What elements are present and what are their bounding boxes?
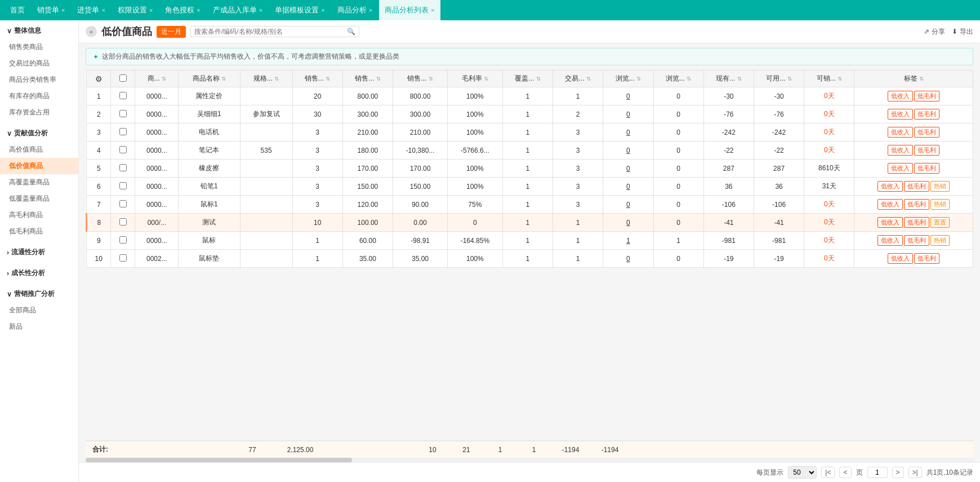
nav-role-auth[interactable]: 角色授权 × [159, 0, 206, 20]
sidebar-item-high-value[interactable]: 高价值商品 [0, 141, 78, 158]
col-transaction[interactable]: 交易... ⇅ [553, 70, 603, 87]
first-page-button[interactable]: |< [821, 467, 835, 478]
col-coverage[interactable]: 覆盖... ⇅ [502, 70, 553, 87]
cell-days: 0天 [804, 232, 854, 250]
nav-purchase-order[interactable]: 进货单 × [72, 0, 110, 20]
sidebar-item-new-goods[interactable]: 新品 [0, 319, 78, 335]
close-sales-order-icon[interactable]: × [61, 7, 65, 14]
next-page-button[interactable]: > [892, 467, 904, 478]
export-button[interactable]: ⬇ 导出 [952, 27, 973, 37]
sidebar-item-low-coverage[interactable]: 低覆盖量商品 [0, 191, 78, 207]
per-page-select[interactable]: 50 20 100 [788, 466, 817, 479]
cell-checkbox[interactable] [111, 196, 135, 214]
nav-sales-order[interactable]: 销货单 × [32, 0, 70, 20]
sidebar-group-marketing-header[interactable]: ∨ 营销推广分析 [0, 286, 78, 302]
nav-permissions[interactable]: 权限设置 × [112, 0, 158, 20]
col-checkbox[interactable] [111, 70, 135, 87]
row-checkbox[interactable] [119, 200, 127, 207]
col-code[interactable]: 商... ⇅ [135, 70, 179, 87]
share-button[interactable]: ⇗ 分享 [924, 27, 945, 37]
close-role-auth-icon[interactable]: × [197, 7, 200, 14]
sidebar-item-traded-goods[interactable]: 交易过的商品 [0, 55, 78, 72]
row-checkbox[interactable] [119, 164, 127, 171]
nav-template-settings[interactable]: 单据模板设置 × [269, 0, 330, 20]
search-input[interactable] [194, 28, 345, 36]
row-checkbox[interactable] [119, 236, 127, 244]
collapse-sidebar-button[interactable]: « [86, 26, 97, 37]
nav-home[interactable]: 首页 [5, 0, 30, 20]
cell-s3: 150.00 [393, 178, 448, 196]
table-container[interactable]: ⚙ 商... ⇅ 商品名称 ⇅ 规格... ⇅ 销售... ⇅ 销售... ⇅ … [86, 70, 973, 440]
row-checkbox[interactable] [119, 92, 127, 99]
col-browse2[interactable]: 浏览... ⇅ [653, 70, 703, 87]
close-purchase-order-icon[interactable]: × [101, 7, 105, 14]
filter-tag[interactable]: 近一月 [157, 26, 186, 38]
close-template-icon[interactable]: × [321, 7, 324, 14]
browse-link[interactable]: 0 [626, 201, 630, 209]
sidebar-item-all-goods[interactable]: 全部商品 [0, 302, 78, 319]
row-checkbox[interactable] [119, 218, 127, 225]
page-input[interactable] [867, 467, 888, 478]
select-all-checkbox[interactable] [119, 74, 127, 82]
sidebar-group-circulation-header[interactable]: › 流通性分析 [0, 244, 78, 260]
cell-checkbox[interactable] [111, 160, 135, 178]
col-sales3[interactable]: 销售... ⇅ [393, 70, 448, 87]
row-checkbox[interactable] [119, 254, 127, 262]
browse-link[interactable]: 0 [626, 110, 630, 118]
cell-s2: 210.00 [342, 123, 393, 141]
sidebar-item-stock-funds[interactable]: 库存资金占用 [0, 104, 78, 121]
browse-link[interactable]: 0 [626, 219, 630, 227]
sidebar-group-overall-header[interactable]: ∨ 整体信息 [0, 23, 78, 39]
last-page-button[interactable]: >| [908, 467, 922, 478]
col-saleable-inv[interactable]: 可销... ⇅ [804, 70, 854, 87]
row-checkbox[interactable] [119, 182, 127, 189]
prev-page-button[interactable]: < [839, 467, 851, 478]
browse-link[interactable]: 0 [626, 129, 630, 136]
cell-code: 0000... [135, 232, 179, 250]
sidebar-item-stock-goods[interactable]: 有库存的商品 [0, 88, 78, 104]
col-margin[interactable]: 毛利率 ⇅ [447, 70, 502, 87]
cell-checkbox[interactable] [111, 178, 135, 196]
close-permissions-icon[interactable]: × [149, 7, 153, 14]
row-checkbox[interactable] [119, 128, 127, 135]
sidebar-item-sales-goods[interactable]: 销售类商品 [0, 39, 78, 55]
sidebar-item-high-coverage[interactable]: 高覆盖量商品 [0, 174, 78, 191]
nav-product-warehouse[interactable]: 产成品入库单 × [207, 0, 268, 20]
sidebar-group-contribution-header[interactable]: ∨ 贡献值分析 [0, 125, 78, 141]
row-checkbox[interactable] [119, 146, 127, 153]
cell-checkbox[interactable] [111, 141, 135, 160]
row-checkbox[interactable] [119, 110, 127, 117]
cell-checkbox[interactable] [111, 87, 135, 105]
browse-link[interactable]: 0 [626, 147, 630, 154]
col-avail-inv[interactable]: 可用... ⇅ [754, 70, 804, 87]
cell-checkbox[interactable] [111, 232, 135, 250]
browse-link[interactable]: 0 [626, 165, 630, 173]
sidebar-item-low-value[interactable]: 低价值商品 [0, 158, 78, 174]
cell-checkbox[interactable] [111, 105, 135, 123]
sidebar-group-growth-header[interactable]: › 成长性分析 [0, 265, 78, 281]
sidebar-item-low-margin[interactable]: 低毛利商品 [0, 223, 78, 240]
sidebar-item-high-margin[interactable]: 高毛利商品 [0, 207, 78, 223]
col-settings[interactable]: ⚙ [87, 70, 111, 87]
close-product-warehouse-icon[interactable]: × [259, 7, 262, 14]
col-spec[interactable]: 规格... ⇅ [240, 70, 292, 87]
cell-checkbox[interactable] [111, 214, 135, 232]
col-sales2[interactable]: 销售... ⇅ [342, 70, 393, 87]
col-browse1[interactable]: 浏览... ⇅ [603, 70, 653, 87]
cell-checkbox[interactable] [111, 250, 135, 268]
col-sales1[interactable]: 销售... ⇅ [292, 70, 342, 87]
cell-checkbox[interactable] [111, 123, 135, 141]
browse-link[interactable]: 0 [626, 92, 630, 100]
search-icon[interactable]: 🔍 [347, 28, 355, 36]
col-tags[interactable]: 标签 ⇅ [854, 70, 973, 87]
nav-product-analysis[interactable]: 商品分析 × [332, 0, 378, 20]
browse-link[interactable]: 1 [626, 237, 630, 245]
browse-link[interactable]: 0 [626, 255, 630, 263]
col-name[interactable]: 商品名称 ⇅ [179, 70, 240, 87]
nav-product-analysis-list[interactable]: 商品分析列表 × [379, 0, 440, 20]
sidebar-item-category-sales-rate[interactable]: 商品分类销售率 [0, 72, 78, 88]
close-product-analysis-icon[interactable]: × [369, 7, 372, 14]
browse-link[interactable]: 0 [626, 183, 630, 191]
col-current-inv[interactable]: 现有... ⇅ [703, 70, 754, 87]
close-product-analysis-list-icon[interactable]: × [431, 7, 434, 14]
